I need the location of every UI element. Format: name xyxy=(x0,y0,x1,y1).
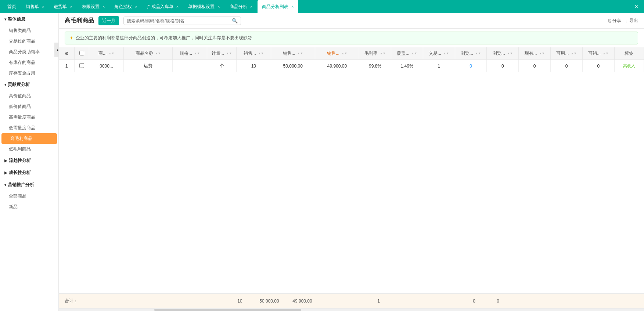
cell-unit: 个 xyxy=(207,60,236,72)
select-all-checkbox[interactable] xyxy=(79,51,84,55)
sidebar-group-contribution[interactable]: ▾ 贡献度分析 xyxy=(0,79,58,91)
col-spec[interactable]: 规格... ▲▼ xyxy=(173,47,207,60)
search-box: 🔍 xyxy=(123,17,241,25)
view1-link[interactable]: 0 xyxy=(469,64,472,69)
sidebar-item-low-value[interactable]: 低价值商品 xyxy=(0,101,58,112)
col-settings[interactable]: ⚙ xyxy=(59,47,75,60)
nav-product-inbound[interactable]: 产成品入库单 × xyxy=(143,0,183,13)
col-gross-margin[interactable]: 毛利率 ▲▼ xyxy=(359,47,391,60)
arrow-down-icon-3: ▾ xyxy=(4,183,6,187)
nav-template[interactable]: 单据模板设置 × xyxy=(184,0,224,13)
nav-role-close[interactable]: × xyxy=(135,4,137,9)
cell-gross-margin: 99.8% xyxy=(359,60,391,72)
nav-product-inbound-close[interactable]: × xyxy=(176,4,179,9)
cell-sellable-stock: 0 xyxy=(582,60,614,72)
sidebar-item-high-demand[interactable]: 高需量度商品 xyxy=(0,112,58,123)
cell-view1[interactable]: 0 xyxy=(455,60,487,72)
col-transaction[interactable]: 交易... ▲▼ xyxy=(423,47,455,60)
sidebar-item-sales-goods[interactable]: 销售类商品 xyxy=(0,25,58,36)
cell-name: 运费 xyxy=(123,60,173,72)
nav-analysis-close[interactable]: × xyxy=(250,4,252,9)
nav-purchase-close[interactable]: × xyxy=(70,4,72,9)
arrow-right-icon: ▶ xyxy=(4,159,7,163)
col-current-stock[interactable]: 现有... ▲▼ xyxy=(519,47,551,60)
nav-purchase[interactable]: 进货单 × xyxy=(49,0,76,13)
footer-total-row: 合计： 10 50,000.00 49,900.00 1 0 0 xyxy=(59,293,644,308)
col-coverage[interactable]: 覆盖... ▲▼ xyxy=(391,47,423,60)
nav-template-close[interactable]: × xyxy=(217,4,220,9)
sidebar-group-marketing[interactable]: ▾ 营销推广分析 xyxy=(0,179,58,191)
col-view1[interactable]: 浏览... ▲▼ xyxy=(455,47,487,60)
arrow-down-icon: ▾ xyxy=(4,17,6,21)
cell-coverage: 1.49% xyxy=(391,60,423,72)
row-checkbox[interactable] xyxy=(79,63,84,68)
arrow-down-icon-2: ▾ xyxy=(4,83,6,87)
export-icon: ↓ xyxy=(626,18,628,23)
top-navigation: 首页 销售单 × 进货单 × 权限设置 × 角色授权 × 产成品入库单 × 单据… xyxy=(0,0,644,13)
sidebar-item-stocked-goods[interactable]: 有库存的商品 xyxy=(0,57,58,68)
tag-badge: 高收入 xyxy=(623,64,635,68)
scrollbar-thumb[interactable] xyxy=(154,309,301,311)
col-tag[interactable]: 标签 xyxy=(614,47,644,60)
nav-permission-close[interactable]: × xyxy=(102,4,105,9)
nav-analysis-list-close[interactable]: × xyxy=(291,4,294,9)
cell-code: 0000... xyxy=(89,60,124,72)
cell-index: 1 xyxy=(59,60,75,72)
sidebar-group-marketing-items: 全部商品 新品 xyxy=(0,191,58,212)
search-input[interactable] xyxy=(127,18,230,23)
cell-sales-qty: 10 xyxy=(237,60,271,72)
footer-transaction: 1 xyxy=(367,299,391,304)
nav-home[interactable]: 首页 xyxy=(3,0,21,13)
nav-analysis-list[interactable]: 商品分析列表 × xyxy=(258,0,298,13)
cell-tag: 高收入 xyxy=(614,60,644,72)
sidebar-item-high-margin[interactable]: 高毛利商品 xyxy=(1,133,57,144)
footer-sales-amount: 50,000.00 xyxy=(253,299,286,304)
sidebar-item-category-assist[interactable]: 商品分类助销率 xyxy=(0,47,58,57)
col-sales-profit[interactable]: 销售... ▲▼ xyxy=(315,47,359,60)
info-text: 企业的主要的利润都是这部分商品创造的，可考虑加大推广，同时关注库存是不要出现缺货 xyxy=(76,35,252,41)
nav-analysis[interactable]: 商品分析 × xyxy=(225,0,257,13)
sidebar-item-stock-capital[interactable]: 库存资金占用 xyxy=(0,68,58,79)
sidebar-item-high-value[interactable]: 高价值商品 xyxy=(0,91,58,101)
cell-available-stock: 0 xyxy=(551,60,583,72)
col-available-stock[interactable]: 可用... ▲▼ xyxy=(551,47,583,60)
sidebar-item-all-goods[interactable]: 全部商品 xyxy=(0,191,58,202)
sidebar-item-traded-goods[interactable]: 交易过的商品 xyxy=(0,36,58,47)
sidebar-item-new-goods[interactable]: 新品 xyxy=(0,202,58,212)
window-close-button[interactable]: × xyxy=(632,3,641,10)
share-button[interactable]: ⎘ 分享 xyxy=(608,18,621,24)
cell-sales-amount: 50,000.00 xyxy=(271,60,315,72)
col-checkbox[interactable] xyxy=(75,47,89,60)
filter-recent-month-button[interactable]: 近一月 xyxy=(98,16,119,25)
content-header: 高毛利商品 近一月 🔍 ⎘ 分享 ↓ 导出 xyxy=(59,13,644,29)
search-icon[interactable]: 🔍 xyxy=(232,18,238,23)
cell-checkbox[interactable] xyxy=(75,60,89,72)
info-icon: ✦ xyxy=(69,35,73,41)
sidebar-group-overall[interactable]: ▾ 整体信息 xyxy=(0,13,58,25)
share-icon: ⎘ xyxy=(608,18,611,23)
sidebar-group-flow[interactable]: ▶ 流趋性分析 xyxy=(0,155,58,167)
nav-permission[interactable]: 权限设置 × xyxy=(78,0,109,13)
sidebar-item-low-demand[interactable]: 低需量度商品 xyxy=(0,123,58,133)
col-sales-amount[interactable]: 销售... ▲▼ xyxy=(271,47,315,60)
footer-available-stock: 0 xyxy=(462,299,486,304)
col-sales-qty[interactable]: 销售... ▲▼ xyxy=(237,47,271,60)
col-sellable-stock[interactable]: 可销... ▲▼ xyxy=(582,47,614,60)
col-code[interactable]: 商... ▲▼ xyxy=(89,47,124,60)
sidebar: « ▾ 整体信息 销售类商品 交易过的商品 商品分类助销率 有库存的商品 库存资… xyxy=(0,13,59,311)
export-button[interactable]: ↓ 导出 xyxy=(626,18,638,24)
col-name[interactable]: 商品名称 ▲▼ xyxy=(123,47,173,60)
col-view2[interactable]: 浏览... ▲▼ xyxy=(487,47,519,60)
sidebar-item-low-margin[interactable]: 低毛利商品 xyxy=(0,144,58,155)
sidebar-group-growth[interactable]: ▶ 成长性分析 xyxy=(0,167,58,179)
horizontal-scrollbar[interactable] xyxy=(59,308,644,311)
total-label: 合计： xyxy=(65,298,94,304)
nav-role[interactable]: 角色授权 × xyxy=(110,0,141,13)
col-unit[interactable]: 计量... ▲▼ xyxy=(207,47,236,60)
footer-sales-qty: 10 xyxy=(227,299,253,304)
sidebar-collapse-button[interactable]: « xyxy=(54,43,59,57)
nav-sales-close[interactable]: × xyxy=(42,4,44,9)
nav-sales[interactable]: 销售单 × xyxy=(21,0,48,13)
footer-sales-profit: 49,900.00 xyxy=(286,299,319,304)
cell-current-stock: 0 xyxy=(519,60,551,72)
